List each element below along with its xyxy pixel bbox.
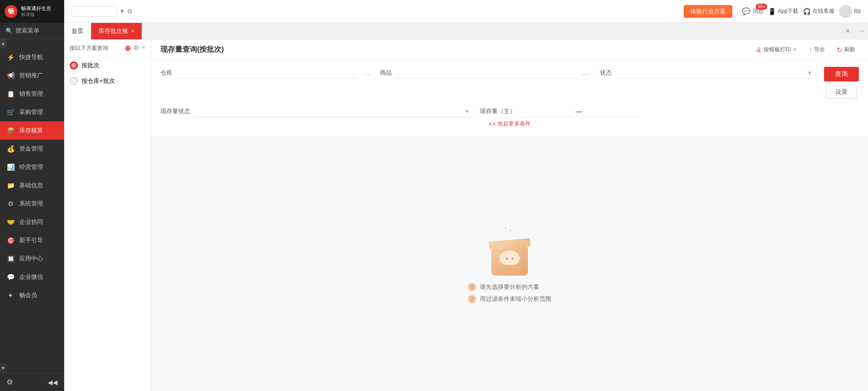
experience-btn[interactable]: 体验行业方案: [684, 5, 732, 18]
search-menu-label: 搜索菜单: [16, 27, 39, 35]
divider: [737, 7, 737, 16]
sidebar-item-label: 畅会员: [19, 291, 37, 299]
topbar: ▼ ⚙ 体验行业方案 💬 消息 99+ 📱 App下载 🎧 在线客服 Rit: [64, 0, 868, 23]
sidebar-item-label: 营销推广: [19, 71, 43, 80]
settings-button[interactable]: 设置: [826, 85, 857, 99]
export-label: 导出: [814, 46, 825, 54]
sidebar-item-inventory[interactable]: 📦 库存核算: [0, 121, 64, 140]
sidebar: 畅 畅康通好生意 标准版 🔍 搜索菜单 ▲ ⚡ 快捷导航 📢 营销推广 📋 销售…: [0, 0, 64, 391]
warehouse-label: 仓库: [160, 69, 172, 77]
export-btn[interactable]: ↑ 导出: [806, 44, 829, 55]
refresh-icon: ↻: [837, 46, 842, 54]
right-content: 现存量查询(按批次) 🖨 按模板打印 ▼ ↑ 导出 ↻ 刷新: [151, 39, 868, 391]
inventory-icon: 📦: [6, 126, 15, 135]
app-version: 标准版: [21, 11, 51, 18]
app-info: 畅康通好生意 标准版: [21, 5, 51, 18]
sidebar-item-purchase[interactable]: 🛒 采购管理: [0, 103, 64, 121]
settings-icon[interactable]: ⚙: [6, 378, 13, 386]
sidebar-scroll-up[interactable]: ▲: [0, 39, 6, 48]
filter-warehouse: 仓库 …: [160, 67, 373, 79]
sidebar-item-label: 系统管理: [19, 200, 43, 208]
left-eye: [506, 258, 508, 260]
stock-qty-range-sep: —: [576, 108, 582, 115]
close-panel-btn[interactable]: ×: [840, 27, 855, 35]
filter-warehouse-row: 仓库 …: [160, 67, 373, 79]
page-title: 现存量查询(按批次): [160, 45, 224, 54]
close-tab-icon[interactable]: ×: [131, 28, 134, 34]
scheme-batch-label: 按批次: [82, 61, 99, 70]
sidebar-item-apps[interactable]: 🔲 应用中心: [0, 250, 64, 268]
hint-text-1: 请先选择要分析的方案: [480, 283, 539, 291]
sidebar-item-quick-nav[interactable]: ⚡ 快捷导航: [0, 48, 64, 66]
dropdown-arrow-icon[interactable]: ▼: [119, 8, 125, 15]
scheme-item-warehouse-batch[interactable]: 按仓库+批次: [64, 73, 151, 89]
online-service-btn[interactable]: 🎧 在线客服: [803, 7, 835, 15]
add-scheme-icon[interactable]: ⊕: [125, 44, 131, 53]
empty-illustration: [480, 225, 539, 276]
expand-icon[interactable]: ⋯: [855, 28, 868, 34]
warehouse-more-icon[interactable]: …: [360, 68, 373, 78]
svg-point-2: [72, 79, 76, 83]
collapse-panel-icon[interactable]: «: [142, 44, 145, 53]
sales-icon: 📋: [6, 90, 15, 98]
box-eyes: [506, 258, 513, 260]
basic-icon: 📁: [6, 181, 15, 190]
quick-nav-icon: ⚡: [6, 53, 15, 61]
sidebar-item-operations[interactable]: 📊 经营管理: [0, 158, 64, 176]
sidebar-item-guide[interactable]: 🎯 新手引导: [0, 231, 64, 250]
phone-icon: 📱: [768, 8, 776, 15]
sidebar-item-label: 基础信息: [19, 181, 43, 190]
settings-topbar-icon[interactable]: ⚙: [127, 8, 133, 15]
status-label: 状态: [600, 69, 612, 77]
stock-qty-min[interactable]: [518, 106, 573, 117]
scheme-warehouse-batch-icon: [70, 77, 78, 85]
vip-icon: ✦: [6, 291, 15, 299]
print-btn[interactable]: 🖨 按模板打印 ▼: [752, 44, 801, 55]
stock-qty-max[interactable]: [585, 106, 640, 117]
app-download-label: App下载: [778, 7, 798, 15]
status-dropdown-icon[interactable]: ▼: [807, 70, 812, 76]
collapse-sidebar-icon[interactable]: ◀◀: [48, 379, 58, 386]
sidebar-item-finance[interactable]: 💰 资金管理: [0, 140, 64, 158]
collapse-filters-btn[interactable]: ∧∧ 收起更多条件: [160, 117, 859, 130]
sidebar-item-marketing[interactable]: 📢 营销推广: [0, 66, 64, 85]
user-profile-btn[interactable]: Rit: [839, 5, 861, 18]
query-button[interactable]: 查询: [824, 67, 859, 81]
sidebar-item-enterprise[interactable]: 🤝 企业协同: [0, 213, 64, 231]
tab-home[interactable]: 首页: [64, 23, 91, 39]
action-buttons: 查询 设置: [824, 67, 859, 99]
stock-status-dropdown-icon[interactable]: ▼: [465, 109, 470, 114]
filter-row-2: 现存量状态 ▼ 现存量（主） —: [160, 105, 859, 117]
messages-btn[interactable]: 💬 消息 99+: [742, 7, 764, 16]
main-content: ▼ ⚙ 体验行业方案 💬 消息 99+ 📱 App下载 🎧 在线客服 Rit 首…: [64, 0, 868, 391]
sidebar-item-wechat[interactable]: 💬 企业微信: [0, 268, 64, 286]
sidebar-item-sales[interactable]: 📋 销售管理: [0, 85, 64, 103]
sidebar-item-system[interactable]: ⚙ 系统管理: [0, 195, 64, 213]
print-label: 按模板打印: [764, 46, 791, 54]
empty-hints: 1 请先选择要分析的方案 2 用过滤条件来缩小分析范围: [468, 283, 551, 303]
search-input[interactable]: [71, 6, 117, 17]
refresh-btn[interactable]: ↻ 刷新: [833, 44, 859, 55]
hint-1: 1 请先选择要分析的方案: [468, 283, 551, 291]
product-more-icon[interactable]: …: [580, 68, 593, 78]
sidebar-scroll-down[interactable]: ▼: [0, 364, 6, 373]
hint-2: 2 用过滤条件来缩小分析范围: [468, 295, 551, 303]
scheme-item-batch[interactable]: 按批次: [64, 58, 151, 73]
manage-schemes-icon[interactable]: ⚙: [133, 44, 139, 53]
collapse-up-icon: ∧∧: [489, 121, 496, 127]
sidebar-item-label: 快捷导航: [19, 53, 43, 61]
guide-icon: 🎯: [6, 236, 15, 244]
sidebar-header: 畅 畅康通好生意 标准版: [0, 0, 64, 23]
print-dropdown-icon[interactable]: ▼: [793, 47, 797, 52]
tabs-bar: 首页 库存批次账 × × ⋯: [64, 23, 868, 39]
search-menu[interactable]: 🔍 搜索菜单: [0, 23, 64, 39]
sidebar-item-label: 应用中心: [19, 255, 43, 263]
sidebar-item-vip[interactable]: ✦ 畅会员: [0, 286, 64, 304]
box-face: [500, 250, 520, 265]
sidebar-item-label: 资金管理: [19, 145, 43, 153]
app-download-btn[interactable]: 📱 App下载: [768, 7, 798, 15]
tab-inventory-batch-label: 库存批次账: [99, 27, 128, 35]
sidebar-item-basic[interactable]: 📁 基础信息: [0, 176, 64, 195]
tab-inventory-batch[interactable]: 库存批次账 ×: [91, 23, 142, 39]
stock-status-label: 现存量状态: [160, 107, 190, 115]
